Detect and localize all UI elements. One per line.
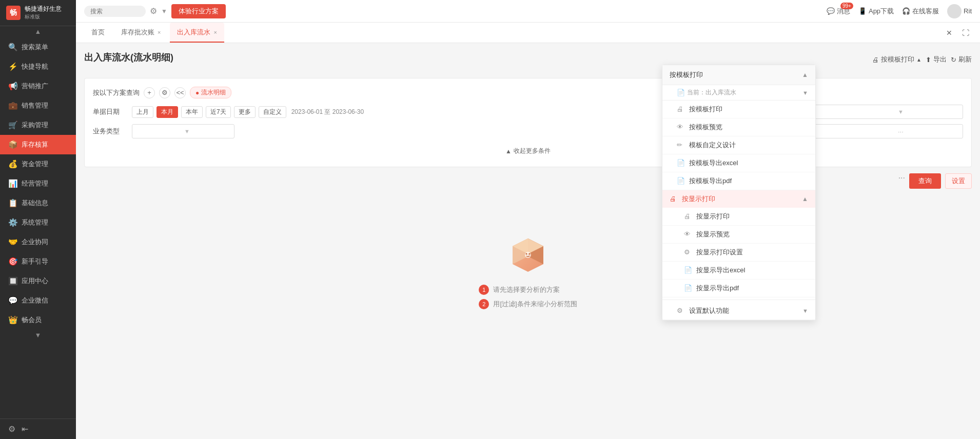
edit-icon: ✏ bbox=[677, 141, 685, 149]
template-print-btn[interactable]: 🖨 按模板打印 ▲ bbox=[872, 55, 922, 64]
sidebar-item-label: 快捷导航 bbox=[22, 62, 48, 71]
message-icon: 💬 bbox=[827, 7, 835, 15]
topbar-gear-icon[interactable]: ⚙ bbox=[150, 6, 157, 16]
industry-solution-button[interactable]: 体验行业方案 bbox=[171, 4, 226, 18]
filter-collapse-btn[interactable]: << bbox=[174, 87, 186, 98]
dropdown-template-custom-btn[interactable]: ✏ 模板自定义设计 bbox=[662, 136, 815, 154]
item-label: 按模板预览 bbox=[689, 123, 722, 132]
biz-type-label: 业务类型 bbox=[93, 127, 124, 136]
sidebar-item-label: 企业协同 bbox=[22, 237, 48, 247]
sidebar-item-finance[interactable]: 💰 资金管理 bbox=[0, 154, 76, 174]
sidebar-item-sales[interactable]: 💼 销售管理 bbox=[0, 96, 76, 115]
tag-label: 流水明细 bbox=[201, 88, 226, 97]
section-label: 按显示打印 bbox=[682, 194, 715, 204]
sidebar-item-wechat[interactable]: 💬 企业微信 bbox=[0, 291, 76, 310]
search-input[interactable] bbox=[84, 6, 146, 17]
window-close-btn[interactable]: ✕ bbox=[943, 27, 955, 39]
dropdown-display-preview-btn[interactable]: 👁 按显示预览 bbox=[662, 226, 815, 244]
content-area: 出入库流水(流水明细) 🖨 按模板打印 ▲ ⬆ 导出 ↻ 刷新 bbox=[76, 43, 980, 439]
sidebar-item-label: 新手引导 bbox=[22, 257, 48, 266]
settings-sub-icon: ⚙ bbox=[684, 248, 692, 256]
main-area: ⚙ ▼ 体验行业方案 💬 消息 99+ 📱 App下载 🎧 在线客服 bbox=[76, 0, 980, 439]
sidebar-item-quick-nav[interactable]: ⚡ 快捷导航 bbox=[0, 57, 76, 76]
settings-footer-icon[interactable]: ⚙ bbox=[8, 424, 15, 434]
window-maximize-btn[interactable]: ⛶ bbox=[959, 27, 972, 39]
date-this-year-btn[interactable]: 本年 bbox=[181, 106, 203, 118]
print-dropdown-panel: 按模板打印 ▲ 📄 当前：出入库流水 ▼ 🖨 按模板打印 👁 按模板预览 ✏ 模… bbox=[662, 65, 816, 321]
sidebar-item-apps[interactable]: 🔲 应用中心 bbox=[0, 271, 76, 291]
filter-header: 按以下方案查询 + ⚙ << ● 流水明细 bbox=[93, 87, 963, 98]
dropdown-display-print-section[interactable]: 🖨 按显示打印 ▲ bbox=[662, 190, 815, 208]
date-7days-btn[interactable]: 近7天 bbox=[206, 106, 231, 118]
collapse-filter-btn[interactable]: ▲ 收起更多条件 bbox=[505, 144, 551, 158]
item-label: 按显示预览 bbox=[696, 230, 730, 239]
date-this-month-btn[interactable]: 本月 bbox=[156, 106, 178, 118]
item-label: 按模板导出excel bbox=[689, 158, 738, 168]
avatar bbox=[947, 4, 962, 18]
user-avatar-btn[interactable]: Rit bbox=[947, 4, 972, 18]
briefcase-icon: 💼 bbox=[8, 101, 17, 110]
dropdown-collapse-arrow[interactable]: ▲ bbox=[802, 71, 808, 78]
export-btn[interactable]: ⬆ 导出 bbox=[926, 55, 947, 64]
current-icon: 📄 bbox=[677, 89, 685, 96]
empty-step-1: 1 请先选择要分析的方案 bbox=[479, 285, 577, 295]
warehouse-more-icon[interactable]: ··· bbox=[898, 128, 958, 135]
tab-stock-flow[interactable]: 出入库流水 × bbox=[170, 23, 224, 43]
sidebar-item-enterprise[interactable]: 🤝 企业协同 bbox=[0, 232, 76, 252]
sidebar-item-basics[interactable]: 📋 基础信息 bbox=[0, 193, 76, 213]
sidebar-item-inventory[interactable]: 📦 库存核算 bbox=[0, 135, 76, 154]
sidebar-item-system[interactable]: ⚙️ 系统管理 bbox=[0, 213, 76, 232]
dropdown-set-default-btn[interactable]: ⚙ 设置默认功能 ▼ bbox=[662, 302, 815, 320]
topbar-dropdown-arrow[interactable]: ▼ bbox=[161, 8, 167, 15]
sidebar-item-purchase[interactable]: 🛒 采购管理 bbox=[0, 115, 76, 135]
printer-icon: 🖨 bbox=[677, 105, 685, 113]
window-controls: ✕ ⛶ bbox=[943, 23, 972, 43]
current-row-arrow[interactable]: ▼ bbox=[802, 90, 808, 96]
date-more-btn[interactable]: 更多 bbox=[234, 106, 256, 118]
date-last-month-btn[interactable]: 上月 bbox=[132, 106, 153, 118]
sidebar-item-operations[interactable]: 📊 经营管理 bbox=[0, 174, 76, 193]
more-options-icon[interactable]: ··· bbox=[898, 173, 905, 189]
dropdown-template-export-excel-btn[interactable]: 📄 按模板导出excel bbox=[662, 154, 815, 172]
app-download-btn[interactable]: 📱 App下载 bbox=[858, 7, 894, 16]
refresh-btn[interactable]: ↻ 刷新 bbox=[951, 55, 972, 64]
export-label: 导出 bbox=[933, 55, 947, 64]
message-btn[interactable]: 💬 消息 99+ bbox=[827, 7, 850, 16]
filter-settings-btn[interactable]: ⚙ bbox=[159, 87, 170, 98]
sidebar-item-search[interactable]: 🔍 搜索菜单 bbox=[0, 37, 76, 57]
sidebar-item-vip[interactable]: 👑 畅会员 bbox=[0, 310, 76, 330]
sidebar-item-marketing[interactable]: 📢 营销推广 bbox=[0, 76, 76, 96]
wechat-icon: 💬 bbox=[8, 296, 17, 305]
dropdown-display-print-settings-btn[interactable]: ⚙ 按显示打印设置 bbox=[662, 244, 815, 262]
tab-close-inventory-batch[interactable]: × bbox=[158, 29, 161, 35]
biz-select-arrow: ▼ bbox=[184, 128, 230, 134]
settings-button[interactable]: 设置 bbox=[945, 173, 972, 189]
customer-service-btn[interactable]: 🎧 在线客服 bbox=[902, 7, 939, 16]
tag-dot: ● bbox=[195, 89, 199, 96]
app-subtitle: 标准版 bbox=[25, 13, 62, 21]
dropdown-template-preview-btn[interactable]: 👁 按模板预览 bbox=[662, 118, 815, 136]
dropdown-display-print-btn[interactable]: 🖨 按显示打印 bbox=[662, 208, 815, 226]
tab-inventory-batch[interactable]: 库存批次账 × bbox=[114, 23, 168, 43]
filter-add-btn[interactable]: + bbox=[144, 87, 155, 98]
sidebar-scroll-down[interactable]: ▼ bbox=[0, 330, 76, 341]
tab-label: 出入库流水 bbox=[177, 28, 210, 37]
dropdown-display-export-excel-btn[interactable]: 📄 按显示导出excel bbox=[662, 262, 815, 280]
tab-close-stock-flow[interactable]: × bbox=[213, 29, 217, 35]
dropdown-display-export-pdf-btn[interactable]: 📄 按显示导出pdf bbox=[662, 280, 815, 297]
item-label: 按显示导出excel bbox=[696, 266, 745, 275]
date-custom-btn[interactable]: 自定义 bbox=[259, 106, 286, 118]
dropdown-template-print-btn[interactable]: 🖨 按模板打印 bbox=[662, 101, 815, 118]
printer-red-icon: 🖨 bbox=[670, 195, 678, 203]
collapse-sidebar-icon[interactable]: ⇤ bbox=[22, 424, 28, 434]
filter-tag-flow-detail[interactable]: ● 流水明细 bbox=[190, 87, 231, 98]
sidebar-scroll-up[interactable]: ▲ bbox=[0, 26, 76, 37]
sidebar-item-guide[interactable]: 🎯 新手引导 bbox=[0, 252, 76, 271]
filter-row-biz: 业务类型 ▼ 仓库 ··· bbox=[93, 124, 963, 138]
biz-type-select[interactable]: ▼ bbox=[132, 124, 234, 138]
dropdown-template-export-pdf-btn[interactable]: 📄 按模板导出pdf bbox=[662, 172, 815, 190]
query-button[interactable]: 查询 bbox=[909, 173, 941, 189]
step-1-text: 请先选择要分析的方案 bbox=[493, 285, 560, 294]
tab-home[interactable]: 首页 bbox=[84, 23, 112, 43]
dropdown-header: 按模板打印 ▲ bbox=[662, 65, 815, 85]
